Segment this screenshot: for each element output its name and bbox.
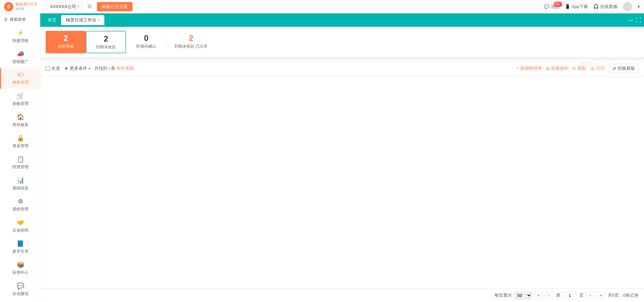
company-name: XXXXXX公司: [50, 4, 76, 10]
trial-button[interactable]: 体验行业方案: [97, 2, 132, 11]
next-page-button[interactable]: ›: [586, 291, 594, 299]
sidebar-item-wechat[interactable]: 💬 企业微信: [0, 279, 40, 300]
sidebar-item-member[interactable]: ◇ 畅会员: [0, 300, 40, 302]
total-info: 共0页，0条记录: [608, 292, 639, 298]
settings-button[interactable]: ⚙: [85, 2, 94, 11]
batch-label: 批量操作: [551, 65, 569, 71]
sidebar-item-label: 基础信息: [12, 185, 29, 191]
stat-label-wangpu: 旺铺待确认: [136, 44, 156, 49]
print-button[interactable]: 🖨 打印: [590, 65, 605, 71]
sidebar-item-finance[interactable]: 🔒 资金管理: [0, 131, 40, 152]
toolbar: 全选 ▼ 更多条件 ▾ 共找到 0条 相关单据 + 新增销货单 ⊞ 批量操作: [40, 60, 644, 77]
sidebar-item-app-center[interactable]: 📦 应用中心: [0, 258, 40, 279]
chevron-down-icon: ▾: [89, 67, 90, 70]
sidebar-item-system[interactable]: ⚙ 系统管理: [0, 194, 40, 216]
sidebar-item-label: 销售管理: [12, 80, 29, 85]
add-order-button[interactable]: + 新增销货单: [517, 65, 542, 71]
message-badge: 99+: [554, 2, 562, 7]
sidebar-item-basic-info[interactable]: 📊 基础信息: [0, 173, 40, 194]
stat-card-wangpu[interactable]: 0 旺铺待确认: [126, 31, 166, 53]
sidebar-item-label: 库存核算: [12, 122, 29, 128]
stat-card-overdue-unpaid[interactable]: 2 到期未收款: [86, 31, 126, 53]
stat-card-overdue-unshipped[interactable]: 2 到期未收款 已出库: [166, 31, 216, 53]
switch-label: 切换新版: [618, 65, 635, 71]
page-input[interactable]: [563, 292, 577, 299]
batch-icon: ⊞: [546, 66, 550, 71]
operations-icon: 📋: [17, 156, 24, 163]
tab-bar: 首页 钱货日清工作台 × — ⛶: [40, 13, 644, 27]
stat-label-overdue-unshipped: 到期未收款 已出库: [174, 44, 208, 49]
sidebar-item-label: 企业协同: [12, 228, 29, 233]
stats-row: 2 全部单据 2 到期未收款 0 旺铺待确认 2 到期未收款 已出库: [40, 27, 644, 58]
stat-num-overdue-unpaid: 2: [104, 34, 108, 44]
inventory-icon: 🏠: [17, 113, 24, 121]
wechat-icon: 💬: [17, 282, 24, 290]
sidebar-item-cooperation[interactable]: 🤝 企业协同: [0, 216, 40, 237]
batch-operation-button[interactable]: ⊞ 批量操作: [546, 65, 569, 71]
tab-cash-desk[interactable]: 钱货日清工作台 ×: [61, 15, 104, 25]
company-selector[interactable]: XXXXXX公司 ▾: [47, 2, 82, 11]
sidebar-item-guide[interactable]: 📘 新手引导: [0, 237, 40, 258]
select-all-input[interactable]: [46, 66, 50, 71]
sidebar-item-label: 经营管理: [12, 164, 29, 170]
chevron-down-icon: ▾: [77, 5, 79, 8]
chevron-down-icon: ▾: [638, 4, 640, 9]
messages-button[interactable]: 💬 消息 99+: [544, 4, 559, 10]
search-menu-button[interactable]: ☰ 搜索菜单: [0, 13, 40, 26]
finance-icon: 🔒: [17, 134, 24, 142]
purchase-icon: 🛒: [17, 92, 24, 100]
print-label: 打印: [596, 65, 605, 71]
app-download-button[interactable]: 📱 App下载: [565, 4, 588, 10]
sidebar-item-label: 资金管理: [12, 143, 29, 149]
select-all-checkbox[interactable]: 全选: [46, 65, 60, 71]
filter-icon: ▼: [64, 66, 68, 71]
sidebar-item-inventory[interactable]: 🏠 库存核算: [0, 110, 40, 131]
tab-home-label: 首页: [48, 17, 56, 23]
found-count: 0: [109, 66, 111, 71]
select-all-label: 全选: [51, 65, 60, 71]
page-label: 第: [556, 292, 560, 298]
stat-card-all[interactable]: 2 全部单据: [46, 31, 86, 53]
sidebar-item-purchase[interactable]: 🛒 采购管理: [0, 89, 40, 110]
minimize-button[interactable]: —: [628, 17, 633, 23]
tab-home[interactable]: 首页: [43, 15, 61, 25]
sales-icon: 🏷: [17, 71, 23, 78]
sidebar-item-label: 营销推广: [12, 59, 29, 65]
stat-label-all: 全部单据: [58, 44, 74, 49]
message-icon: 💬: [544, 4, 549, 9]
app-version: 标准版: [15, 7, 38, 11]
sidebar-item-quick-nav[interactable]: ⚡ 快捷导航: [0, 26, 40, 47]
sidebar-item-marketing[interactable]: 📣 营销推广: [0, 47, 40, 68]
sidebar-item-operations[interactable]: 📋 经营管理: [0, 152, 40, 173]
refresh-label: 刷新: [578, 65, 586, 71]
search-icon: ☰: [4, 17, 8, 22]
page-label-end: 页: [579, 292, 584, 298]
app-name: 畅捷通好生意: [15, 2, 38, 6]
stat-num-all: 2: [63, 34, 68, 43]
more-filters-label: 更多条件: [70, 65, 87, 71]
last-page-button[interactable]: »: [597, 291, 605, 299]
logo-area: 6 畅捷通好生意 标准版: [4, 2, 44, 11]
switch-version-button[interactable]: ⇄ 切换新版: [609, 64, 639, 73]
sidebar-item-label: 企业微信: [12, 291, 29, 297]
user-menu[interactable]: ▾: [638, 4, 640, 9]
more-filters-button[interactable]: ▼ 更多条件 ▾: [64, 65, 90, 71]
stat-num-wangpu: 0: [144, 34, 148, 43]
prev-page-button[interactable]: ‹: [545, 291, 553, 299]
guide-icon: 📘: [17, 240, 24, 247]
refresh-button[interactable]: ↻ 刷新: [573, 65, 586, 71]
related-link[interactable]: 相关单据: [116, 66, 134, 71]
refresh-icon: ↻: [573, 66, 576, 71]
pagination: 每页显示 50 100 200 « ‹ 第 页 › » 共0页，0条记录: [40, 288, 644, 302]
per-page-select[interactable]: 50 100 200: [515, 292, 532, 299]
first-page-button[interactable]: «: [535, 291, 543, 299]
search-menu-label: 搜索菜单: [10, 17, 26, 22]
per-page-label: 每页显示: [494, 292, 512, 298]
online-service-button[interactable]: 🎧 在线客服: [593, 4, 618, 10]
service-icon: 🎧: [593, 4, 599, 9]
maximize-button[interactable]: ⛶: [636, 17, 641, 23]
sidebar-item-sales[interactable]: 🏷 销售管理: [0, 68, 40, 89]
avatar[interactable]: [623, 2, 632, 11]
print-icon: 🖨: [590, 66, 595, 71]
tab-close-icon[interactable]: ×: [98, 18, 100, 22]
